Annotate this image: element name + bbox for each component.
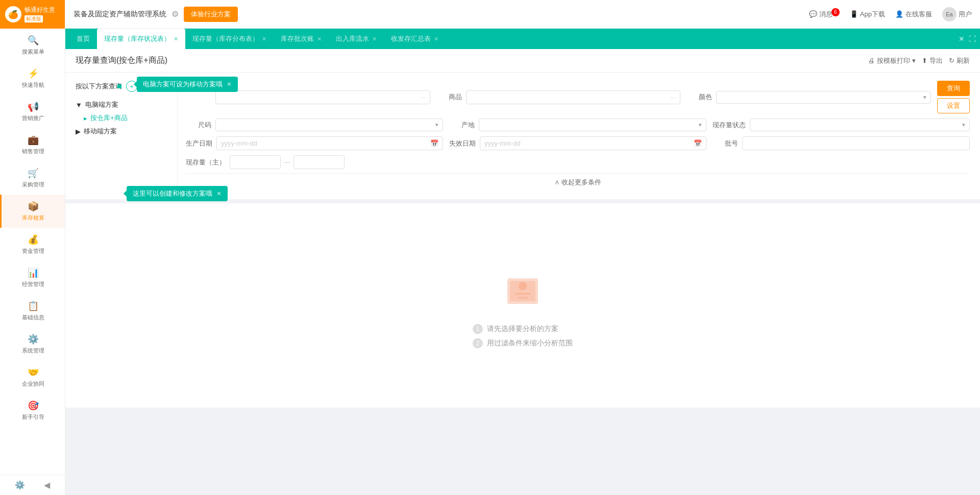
filter-field-status: 现存量状态 ▾: [713, 119, 970, 131]
sidebar-item-enterprise[interactable]: 🤝 企业协同: [0, 361, 65, 394]
tab-collect-summary-close[interactable]: ✕: [434, 36, 438, 42]
tabs-bar: 首页 现存量（库存状况表） ✕ 现存量（库存分布表） ✕ 库存批次账 ✕ 出入库…: [65, 29, 980, 49]
collapse-label: 收起更多条件: [561, 178, 601, 186]
tab-batch-ledger[interactable]: 库存批次账 ✕: [274, 29, 329, 49]
query-btn[interactable]: 查询: [937, 81, 970, 96]
color-select[interactable]: ▾: [716, 91, 931, 104]
sidebar-item-operation[interactable]: 📊 经营管理: [0, 261, 65, 294]
warehouse-select[interactable]: ···: [215, 90, 430, 104]
sidebar-item-guide[interactable]: 🎯 新手引导: [0, 394, 65, 427]
tab-home-label: 首页: [77, 34, 90, 43]
print-template-btn[interactable]: 🖨 按模板打印 ▾: [868, 56, 916, 65]
stock-qty-to[interactable]: [293, 155, 345, 169]
sidebar-item-basic[interactable]: 📋 基础信息: [0, 294, 65, 327]
filter-field-produce-date: 生产日期 yyyy-mm-dd 📅: [186, 136, 443, 150]
header: 装备及固定资产辅助管理系统 ⚙ 体验行业方案 💬 消息 6 📱 App下载 👤 …: [65, 0, 980, 29]
export-icon: ⬆: [922, 57, 927, 64]
pc-scheme-label: 电脑端方案: [85, 100, 118, 109]
sidebar-item-purchase[interactable]: 🛒 采购管理: [0, 161, 65, 195]
size-select[interactable]: ▾: [215, 119, 443, 131]
sidebar-item-inventory[interactable]: 📦 库存核算: [0, 195, 65, 228]
batch-no-input[interactable]: [742, 136, 970, 150]
pc-child-icon: ▸: [84, 114, 87, 122]
size-label: 尺码: [186, 121, 211, 130]
sidebar-label-finance: 资金管理: [22, 247, 44, 255]
tab-collect-summary[interactable]: 收发存汇总表 ✕: [384, 29, 446, 49]
sidebar-label-purchase: 采购管理: [22, 181, 44, 188]
quick-nav-icon: ⚡: [28, 68, 39, 79]
produce-date-range: yyyy-mm-dd 📅: [216, 136, 443, 150]
refresh-label: 刷新: [957, 56, 970, 65]
message-label: 消息: [819, 10, 832, 19]
sidebar-settings-btn[interactable]: ⚙️: [15, 480, 25, 490]
stock-qty-from[interactable]: [230, 155, 281, 169]
connector-dot: [117, 84, 121, 88]
produce-date-start[interactable]: yyyy-mm-dd 📅: [216, 136, 443, 150]
tab-inventory-status-close[interactable]: ✕: [174, 36, 178, 42]
mobile-scheme-item[interactable]: ▶ 移动端方案: [76, 125, 169, 138]
pc-scheme-child-1[interactable]: ▸ 按仓库+商品: [84, 111, 169, 125]
message-btn[interactable]: 💬 消息 6: [809, 10, 840, 19]
pc-scheme-arrow: ▼: [76, 101, 82, 109]
sidebar-footer: ⚙️ ◀: [0, 475, 65, 495]
tabs-close-all-btn[interactable]: ✕: [959, 35, 965, 43]
tab-inventory-status[interactable]: 现存量（库存状况表） ✕: [97, 29, 185, 49]
tab-in-out-flow-close[interactable]: ✕: [372, 36, 377, 42]
calendar-icon-2: 📅: [694, 139, 702, 147]
filter-field-batch-no: 批号: [713, 136, 970, 150]
status-label: 现存量状态: [713, 121, 746, 130]
user-menu[interactable]: Ea 用户: [942, 7, 972, 21]
online-service-btn[interactable]: 👤 在线客服: [895, 10, 932, 19]
page-actions: 🖨 按模板打印 ▾ ⬆ 导出 ↻ 刷新: [868, 56, 970, 65]
enterprise-icon: 🤝: [28, 367, 39, 378]
expire-date-start[interactable]: yyyy-mm-dd 📅: [480, 136, 706, 150]
sidebar-item-search[interactable]: 🔍 搜索菜单: [0, 29, 65, 62]
export-label: 导出: [929, 56, 943, 65]
sales-icon: 💼: [28, 134, 39, 146]
calendar-icon-1: 📅: [430, 139, 438, 147]
sidebar-collapse-btn[interactable]: ◀: [44, 480, 50, 490]
tab-batch-ledger-label: 库存批次账: [281, 34, 314, 43]
sidebar-item-quick-nav[interactable]: ⚡ 快速导航: [0, 62, 65, 95]
app-download-btn[interactable]: 📱 App下载: [850, 10, 885, 19]
tooltip-pc-close[interactable]: ✕: [227, 81, 232, 88]
filter-header: 按以下方案查询 + ✎ ← 电脑方案可设为移动方案哦 ✕: [76, 81, 169, 92]
sidebar-label-marketing: 营销推广: [22, 114, 44, 122]
sidebar-item-system[interactable]: ⚙️ 系统管理: [0, 327, 65, 361]
tooltip-pc: 电脑方案可设为移动方案哦 ✕: [137, 77, 238, 92]
logo-icon: 🍊: [5, 6, 21, 22]
tab-inventory-dist-close[interactable]: ✕: [262, 36, 266, 42]
export-btn[interactable]: ⬆ 导出: [922, 56, 943, 65]
experience-btn[interactable]: 体验行业方案: [184, 7, 238, 22]
tab-batch-ledger-close[interactable]: ✕: [317, 36, 322, 42]
filter-row-4: 现存量（主） —: [186, 155, 970, 169]
system-name: 装备及固定资产辅助管理系统: [74, 10, 166, 19]
tab-in-out-flow[interactable]: 出入库流水 ✕: [329, 29, 384, 49]
product-label: 商品: [436, 92, 462, 102]
page-title: 现存量查询(按仓库+商品): [76, 55, 167, 66]
batch-no-label: 批号: [713, 139, 738, 148]
sidebar-item-sales[interactable]: 💼 销售管理: [0, 128, 65, 161]
tabs-fullscreen-btn[interactable]: ⛶: [969, 35, 976, 43]
print-label: 按模板打印: [877, 56, 910, 65]
filter-actions: 查询 设置: [937, 81, 970, 113]
sidebar-item-marketing[interactable]: 📢 营销推广: [0, 95, 65, 128]
logo-name: 畅通好生意: [24, 6, 55, 14]
tab-inventory-dist-label: 现存量（库存分布表）: [192, 34, 259, 43]
tab-home[interactable]: 首页: [69, 29, 97, 49]
tooltip-edit-close[interactable]: ✕: [216, 190, 222, 197]
product-select[interactable]: ···: [466, 90, 681, 104]
tab-inventory-dist[interactable]: 现存量（库存分布表） ✕: [185, 29, 274, 49]
print-arrow-icon: ▾: [912, 57, 916, 64]
status-select[interactable]: ▾: [750, 119, 970, 131]
collapse-more-btn[interactable]: ∧ 收起更多条件: [186, 173, 970, 191]
sidebar-nav: 🔍 搜索菜单 ⚡ 快速导航 📢 营销推广 💼 销售管理 🛒 采购管理 📦 库存核…: [0, 29, 65, 475]
refresh-btn[interactable]: ↻ 刷新: [949, 56, 970, 65]
origin-arrow-icon: ▾: [699, 122, 702, 128]
main-area: 装备及固定资产辅助管理系统 ⚙ 体验行业方案 💬 消息 6 📱 App下载 👤 …: [65, 0, 980, 495]
origin-select[interactable]: ▾: [479, 119, 706, 131]
header-settings-icon[interactable]: ⚙: [172, 9, 179, 19]
sidebar-item-finance[interactable]: 💰 资金管理: [0, 228, 65, 261]
reset-btn[interactable]: 设置: [937, 98, 970, 113]
pc-scheme-item[interactable]: ▼ 电脑端方案: [76, 98, 169, 111]
